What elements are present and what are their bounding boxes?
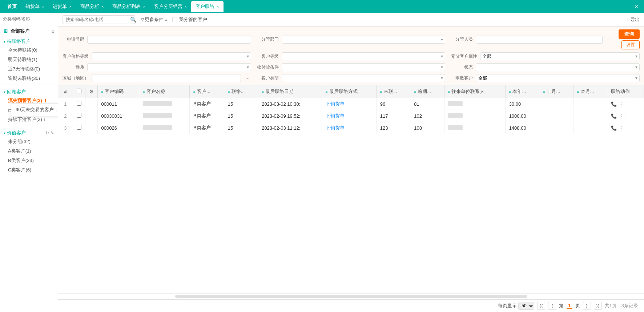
first-page-btn[interactable]: ⟨⟨: [537, 302, 545, 310]
my-customers-checkbox[interactable]: [172, 17, 177, 22]
sidebar-item-class-c[interactable]: C类客户(6): [0, 165, 58, 175]
dept-select[interactable]: [282, 36, 446, 44]
cell-last-method[interactable]: 下销货单: [322, 122, 376, 134]
window-close-button[interactable]: ×: [632, 2, 641, 11]
th-unit-contact[interactable]: ≡ 往来单位联系人: [444, 85, 505, 98]
last-page-btn[interactable]: ⟩⟩: [594, 302, 602, 310]
price-grade-select[interactable]: [92, 52, 251, 60]
query-button[interactable]: 查询: [619, 29, 640, 39]
sidebar-item-tomorrow[interactable]: 明天待联络(1): [0, 55, 58, 64]
payment-select[interactable]: [282, 63, 446, 71]
search-input[interactable]: [63, 15, 135, 24]
export-icon: ↑: [627, 17, 629, 22]
tab-sales[interactable]: 销货单 ×: [21, 1, 48, 12]
sidebar-item-ungrouped[interactable]: 未分组(32): [0, 137, 58, 146]
status-select[interactable]: [476, 63, 640, 71]
th-last-contact-date[interactable]: ≡ 最后联络日期: [258, 85, 322, 98]
action-more-icon[interactable]: ⋮⋮: [619, 101, 628, 107]
cell-checkbox[interactable]: [73, 98, 85, 110]
action-phone-icon[interactable]: 📞: [611, 125, 617, 131]
search-icon[interactable]: 🔍: [130, 17, 136, 23]
action-phone-icon[interactable]: 📞: [611, 101, 617, 107]
sidebar-item-overdue[interactable]: 逾期未联络(30): [0, 74, 58, 83]
cell-action[interactable]: 📞 ⋮⋮: [607, 122, 644, 134]
row-checkbox[interactable]: [77, 113, 81, 118]
tab-customer-contact[interactable]: 客户联络 ×: [191, 1, 223, 12]
export-btn[interactable]: ↑ 导出: [627, 16, 640, 23]
sidebar-collapse-btn[interactable]: «: [51, 28, 54, 34]
th-contact[interactable]: ≡ 联络...: [224, 85, 258, 98]
table-gear-icon[interactable]: ⚙: [89, 89, 94, 94]
cell-last-method[interactable]: 下销货单: [322, 110, 376, 122]
sidebar-group-lost[interactable]: ▾ 回顾客户: [0, 86, 58, 96]
th-overdue[interactable]: ≡ 逾期...: [410, 85, 444, 98]
filter-icon: ▽: [141, 17, 144, 22]
area-input[interactable]: [92, 74, 241, 82]
data-table-area: # ⚙ ≡ 客户编码: [58, 85, 644, 293]
tab-customer-tier-close[interactable]: ×: [185, 4, 187, 9]
payment-select-wrapper: [282, 63, 446, 71]
th-customer-code[interactable]: ≡ 客户编码: [97, 85, 139, 98]
cell-checkbox[interactable]: [73, 122, 85, 134]
value-group-edit-icon[interactable]: ✎: [51, 130, 54, 135]
select-all-checkbox[interactable]: [77, 89, 81, 93]
th-this-month[interactable]: ≡ 本月...: [573, 85, 607, 98]
action-phone-icon[interactable]: 📞: [611, 113, 617, 119]
row-checkbox[interactable]: [77, 125, 81, 130]
settings-button[interactable]: 设置: [621, 40, 640, 49]
th-last-contact-method[interactable]: ≡ 最后联络方式: [322, 85, 376, 98]
sidebar-root-label: ⊞ 全部客户: [4, 28, 29, 35]
person-ellipsis[interactable]: ···: [605, 36, 613, 43]
sidebar-item-class-b[interactable]: B类客户(33): [0, 156, 58, 165]
customer-grade-select[interactable]: [282, 52, 446, 60]
nature-select[interactable]: [87, 63, 251, 71]
person-input[interactable]: [476, 36, 603, 44]
value-group-refresh-icon[interactable]: ↻: [45, 130, 49, 135]
th-customer-name[interactable]: ≡ 客户名称: [139, 85, 189, 98]
th-not-contacted[interactable]: ≡ 未联...: [376, 85, 410, 98]
th-this-year[interactable]: ≡ 本年...: [505, 85, 539, 98]
sidebar-item-today[interactable]: 今天待联络(0): [0, 45, 58, 55]
next-page-btn[interactable]: ⟩: [583, 302, 591, 310]
th-checkbox[interactable]: [73, 85, 85, 98]
cell-this-year: 1408.00: [505, 122, 539, 134]
prev-page-btn[interactable]: ⟨: [548, 302, 556, 310]
tab-customer-contact-close[interactable]: ×: [217, 4, 219, 9]
tab-goods-analysis[interactable]: 商品分析 ×: [76, 1, 108, 12]
tab-goods-analysis-close[interactable]: ×: [101, 4, 104, 9]
cell-checkbox[interactable]: [73, 110, 85, 122]
sidebar-item-class-a[interactable]: A类客户(1): [0, 146, 58, 156]
sidebar-group-pending[interactable]: ▾ 待联络客户: [0, 36, 58, 45]
cell-action[interactable]: 📞 ⋮⋮: [607, 110, 644, 122]
more-conditions-btn[interactable]: ▽ 更多条件 ▲: [141, 16, 168, 23]
phone-input[interactable]: [87, 36, 251, 44]
customer-type-select[interactable]: [282, 74, 446, 82]
th-customer-type[interactable]: ≡ 客户...: [190, 85, 224, 98]
sidebar-search-input[interactable]: [3, 16, 57, 21]
my-customers-toggle[interactable]: 我分管的客户: [172, 16, 207, 23]
zero-attr-select[interactable]: 全部: [480, 52, 640, 60]
tab-sales-close[interactable]: ×: [42, 4, 44, 9]
sidebar-item-week[interactable]: 近7天待联络(0): [0, 64, 58, 74]
cell-action[interactable]: 📞 ⋮⋮: [607, 98, 644, 110]
cell-this-month: [573, 98, 607, 110]
last-page-icon: ⟩⟩: [596, 303, 600, 309]
sidebar-group-value[interactable]: ▾ 价值客户 ↻ ✎: [0, 127, 58, 137]
tab-home[interactable]: 首页: [3, 1, 21, 12]
cell-type: B类客户: [190, 122, 224, 134]
tab-purchase[interactable]: 进货单 ×: [48, 1, 76, 12]
horizontal-scrollbar[interactable]: [175, 295, 527, 298]
th-gear[interactable]: ⚙: [85, 85, 97, 98]
action-more-icon[interactable]: ⋮⋮: [619, 125, 628, 131]
tab-customer-tier[interactable]: 客户分层经营 ×: [150, 1, 191, 12]
per-page-select[interactable]: 50: [518, 302, 534, 310]
tab-goods-analysis-list[interactable]: 商品分析列表 ×: [108, 1, 149, 12]
cell-last-method[interactable]: 下销货单: [322, 98, 376, 110]
row-checkbox[interactable]: [77, 101, 81, 106]
th-last-month[interactable]: ≡ 上月...: [539, 85, 573, 98]
tab-purchase-close[interactable]: ×: [69, 4, 71, 9]
tab-goods-analysis-list-close[interactable]: ×: [143, 4, 145, 9]
zero-retail-select[interactable]: 全部: [476, 74, 640, 82]
action-more-icon[interactable]: ⋮⋮: [619, 113, 628, 119]
area-ellipsis[interactable]: ···: [244, 74, 251, 82]
